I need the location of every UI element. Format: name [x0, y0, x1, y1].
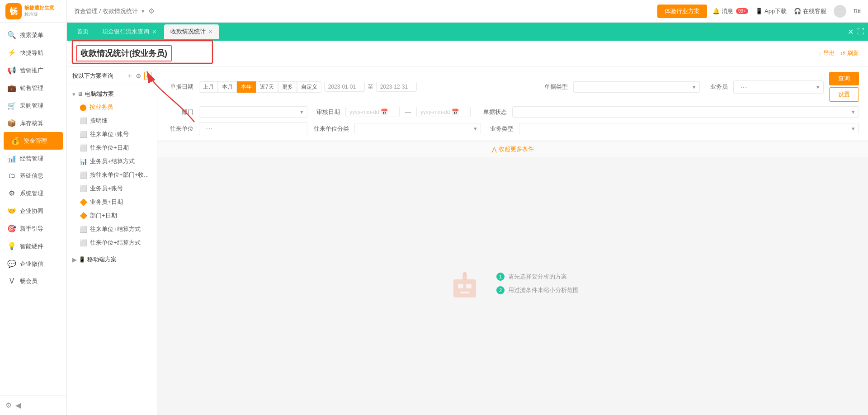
partner-settle1-icon: ⬜: [80, 226, 87, 233]
schema-item-by-salesman[interactable]: ⬤ 按业务员: [67, 100, 157, 114]
sidebar-item-search[interactable]: 🔍 搜索菜单: [0, 26, 66, 44]
collapse-sidebar-icon[interactable]: ◀: [15, 401, 21, 410]
partner-settle2-icon: ⬜: [80, 239, 87, 246]
partner-cat-select[interactable]: ▾: [354, 123, 481, 134]
schema-item-salesman-settle[interactable]: 📊 业务员+结算方式: [67, 155, 157, 168]
dept-arrow-icon: ▾: [300, 108, 303, 115]
sidebar-item-guide[interactable]: 🎯 新手引导: [0, 220, 66, 237]
panel-header: 按以下方案查询 ＋ ⚙ «: [67, 66, 157, 84]
date-btn-custom[interactable]: 自定义: [297, 81, 321, 93]
date-btn-last7days[interactable]: 近7天: [256, 81, 278, 93]
dept-select[interactable]: ▾: [199, 106, 307, 118]
sidebar-item-inventory[interactable]: 📦 库存核算: [0, 114, 66, 132]
schema-item-partner-settle1[interactable]: ⬜ 往来单位+结算方式: [67, 222, 157, 236]
setting-button[interactable]: 设置: [829, 87, 859, 102]
topbar-gear-icon[interactable]: ⚙: [148, 7, 155, 15]
schema-item-by-detail[interactable]: ⬜ 按明细: [67, 114, 157, 127]
topbar: 资金管理 / 收款情况统计 ▾ ⚙ 体验行业方案 🔔 消息 99+ 📱 App下…: [67, 0, 868, 23]
schema-item-label: 往来单位+日期: [90, 144, 129, 152]
sidebar-item-operation[interactable]: 📊 经营管理: [0, 150, 66, 167]
sidebar-item-marketing[interactable]: 📢 营销推广: [0, 61, 66, 79]
biz-type-select[interactable]: ▾: [519, 123, 859, 134]
calendar-to-icon[interactable]: 📅: [452, 108, 459, 115]
tab-close-all-icon[interactable]: ✕: [848, 28, 854, 36]
filter-area: 单据日期 上月 本月 本年 近7天 更多 自定义 2023-01-01: [157, 66, 868, 141]
desktop-chevron-icon: ▾: [72, 91, 75, 98]
breadcrumb-chevron-icon[interactable]: ▾: [142, 8, 145, 14]
schema-item-label: 业务员+结算方式: [90, 157, 135, 165]
date-btn-this-year[interactable]: 本年: [237, 81, 256, 93]
query-button[interactable]: 查询: [829, 72, 859, 85]
schema-item-partner-date[interactable]: ⬜ 往来单位+日期: [67, 141, 157, 155]
doc-type-select[interactable]: ▾: [573, 81, 700, 93]
tab-maximize-icon[interactable]: ⛶: [857, 28, 864, 36]
review-date-from[interactable]: yyyy-mm-dd 📅: [345, 107, 400, 117]
tab-bank-flow-close-icon[interactable]: ✕: [152, 28, 157, 35]
date-from-input[interactable]: 2023-01-01: [324, 82, 365, 92]
trial-button[interactable]: 体验行业方案: [657, 5, 707, 18]
inventory-icon: 📦: [7, 119, 16, 127]
collapse-panel-icon[interactable]: «: [144, 72, 151, 80]
sidebar-item-sales[interactable]: 💼 销售管理: [0, 79, 66, 97]
schema-item-label: 业务员+日期: [90, 198, 123, 206]
sidebar-item-wechat[interactable]: 💬 企业微信: [0, 255, 66, 273]
date-to-input[interactable]: 2023-12-31: [376, 82, 417, 92]
notification-group[interactable]: 🔔 消息 99+: [712, 7, 748, 15]
salesman-account-icon: ⬜: [80, 185, 87, 192]
tab-collection[interactable]: 收款情况统计 ✕: [164, 24, 219, 39]
partner-select[interactable]: ⋯: [199, 122, 307, 135]
schema-item-salesman-account[interactable]: ⬜ 业务员+账号: [67, 182, 157, 195]
salesman-select[interactable]: ⋯ ▾: [733, 80, 824, 94]
sidebar-item-hardware[interactable]: 💡 智能硬件: [0, 237, 66, 255]
gear-scheme-icon[interactable]: ⚙: [136, 72, 142, 80]
salesman-more-icon[interactable]: ⋯: [740, 83, 747, 91]
content: 收款情况统计(按业务员) ↑ 导出 ↺ 刷新 按以下方案查询 ＋ ⚙: [67, 41, 868, 415]
detail-scheme-icon: ⬜: [80, 117, 87, 124]
enterprise-icon: 🤝: [7, 207, 16, 215]
calendar-from-icon[interactable]: 📅: [381, 108, 388, 115]
online-service-group[interactable]: 🎧 在线客服: [794, 7, 826, 15]
schema-group-desktop-header[interactable]: ▾ 🖥 电脑端方案: [67, 88, 157, 100]
app-download-group[interactable]: 📱 App下载: [755, 7, 787, 15]
sidebar-item-system[interactable]: ⚙ 系统管理: [0, 184, 66, 202]
add-scheme-icon[interactable]: ＋: [127, 72, 133, 80]
avatar[interactable]: [834, 5, 846, 18]
tab-collection-close-icon[interactable]: ✕: [208, 29, 212, 35]
schema-item-partner-settle2[interactable]: ⬜ 往来单位+结算方式: [67, 236, 157, 250]
mobile-group-label: 移动端方案: [87, 255, 117, 264]
sidebar-item-quick-nav[interactable]: ⚡ 快捷导航: [0, 44, 66, 61]
sidebar-item-member[interactable]: V 畅会员: [0, 273, 66, 290]
partner-label: 往来单位: [166, 125, 193, 133]
filter-row-1: 单据日期 上月 本月 本年 近7天 更多 自定义 2023-01-01: [166, 72, 859, 102]
sidebar-item-basic[interactable]: 🗂 基础信息: [0, 167, 66, 184]
settings-icon[interactable]: ⚙: [5, 401, 12, 410]
marketing-icon: 📢: [7, 66, 16, 75]
schema-item-dept-date[interactable]: 🔶 部门+日期: [67, 209, 157, 222]
schema-group-mobile-header[interactable]: ▶ 📱 移动端方案: [67, 253, 157, 266]
panel-content: ▾ 🖥 电脑端方案 ⬤ 按业务员 ⬜ 按明细: [67, 84, 157, 415]
basic-icon: 🗂: [7, 172, 16, 180]
svg-rect-1: [458, 284, 463, 288]
schema-item-partner-account[interactable]: ⬜ 往来单位+账号: [67, 127, 157, 141]
tab-home[interactable]: 首页: [71, 24, 95, 39]
sidebar-item-finance[interactable]: 💰 资金管理: [4, 132, 63, 150]
sales-icon: 💼: [7, 84, 16, 92]
schema-item-salesman-date[interactable]: 🔶 业务员+日期: [67, 195, 157, 209]
collapse-bar[interactable]: ⋀ 收起更多条件: [157, 141, 868, 157]
doc-status-select[interactable]: ▾: [512, 106, 859, 118]
date-btn-this-month[interactable]: 本月: [218, 81, 237, 93]
schema-item-partner-dept[interactable]: ⬜ 按往来单位+部门+收...: [67, 168, 157, 182]
date-btn-last-month[interactable]: 上月: [199, 81, 218, 93]
sidebar-item-enterprise[interactable]: 🤝 企业协同: [0, 202, 66, 220]
svg-rect-2: [466, 284, 472, 288]
tab-bank-flow[interactable]: 现金银行流水查询 ✕: [96, 24, 163, 39]
export-button[interactable]: ↑ 导出: [819, 49, 835, 57]
sidebar-item-purchase[interactable]: 🛒 采购管理: [0, 97, 66, 114]
headset-icon: 🎧: [794, 8, 801, 14]
date-sep: 至: [368, 83, 373, 91]
refresh-button[interactable]: ↺ 刷新: [840, 49, 859, 57]
date-btn-more[interactable]: 更多: [278, 81, 297, 93]
empty-state: 1 请先选择要分析的方案 2 用过滤条件来缩小分析范围: [447, 268, 579, 304]
review-date-to[interactable]: yyyy-mm-dd 📅: [416, 107, 471, 117]
partner-more-icon[interactable]: ⋯: [206, 124, 213, 133]
